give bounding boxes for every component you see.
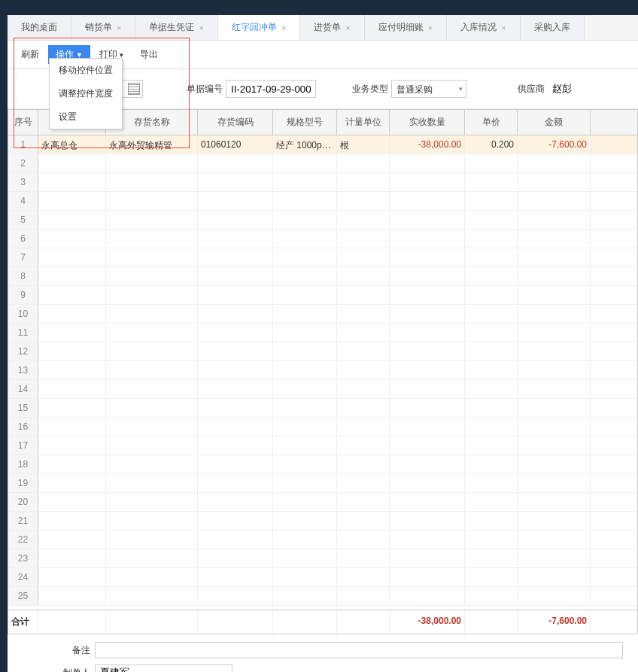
adjust-width-item[interactable]: 调整控件宽度 xyxy=(50,82,122,105)
maker-label: 制单人 xyxy=(53,667,90,673)
supplier-label: 供应商 xyxy=(518,83,545,96)
close-icon[interactable]: × xyxy=(345,23,350,32)
maker-input[interactable] xyxy=(95,664,232,672)
row-num: 9 xyxy=(8,286,38,304)
row-num: 16 xyxy=(8,418,38,436)
col-amt[interactable]: 金额 xyxy=(518,110,591,135)
footer-amt: -7,600.00 xyxy=(518,610,591,634)
biz-type-select[interactable]: 普通采购▾ xyxy=(391,80,466,98)
close-icon[interactable]: × xyxy=(281,23,286,32)
cell-price: 0.200 xyxy=(465,135,518,154)
table-row[interactable]: 8 xyxy=(8,267,637,286)
row-num: 14 xyxy=(8,380,38,398)
row-num: 22 xyxy=(8,531,38,549)
bottom-form: 备注 制单人 xyxy=(8,634,638,672)
grid-body[interactable]: 1 永高总仓 永高外贸输精管 01060120 经产 1000pc... 根 -… xyxy=(8,135,637,610)
row-num: 4 xyxy=(8,192,38,210)
grid-footer: 合计 -38,000.00 -7,600.00 xyxy=(8,610,637,634)
table-row[interactable]: 25 xyxy=(8,587,637,606)
close-icon[interactable]: × xyxy=(501,23,506,32)
tab-purchase[interactable]: 进货单× xyxy=(300,15,364,40)
cell-amt: -7,600.00 xyxy=(518,135,591,154)
row-num: 25 xyxy=(8,587,38,605)
row-num: 19 xyxy=(8,474,38,492)
table-row[interactable]: 4 xyxy=(8,192,637,211)
tab-redletter[interactable]: 红字回冲单× xyxy=(218,15,300,40)
row-num: 7 xyxy=(8,248,38,266)
tab-inbound[interactable]: 入库情况× xyxy=(447,15,520,40)
tab-purchasein[interactable]: 采购入库 xyxy=(521,15,585,40)
tab-sales[interactable]: 销货单× xyxy=(71,15,135,40)
close-icon[interactable]: × xyxy=(199,23,203,32)
table-row[interactable]: 5 xyxy=(8,211,637,230)
tab-payable[interactable]: 应付明细账× xyxy=(365,15,447,40)
row-num: 17 xyxy=(8,436,38,455)
row-num: 13 xyxy=(8,361,38,379)
row-num: 12 xyxy=(8,342,38,360)
col-unit[interactable]: 计量单位 xyxy=(337,110,390,135)
settings-item[interactable]: 设置 xyxy=(50,105,122,129)
row-num: 20 xyxy=(8,493,38,511)
table-row[interactable]: 17 xyxy=(8,436,637,455)
table-row[interactable]: 14 xyxy=(8,380,637,399)
footer-qty: -38,000.00 xyxy=(390,610,465,634)
table-row[interactable]: 24 xyxy=(8,568,637,587)
table-row[interactable]: 11 xyxy=(8,324,637,342)
table-row[interactable]: 20 xyxy=(8,493,637,512)
row-num: 6 xyxy=(8,230,38,248)
table-row[interactable]: 23 xyxy=(8,549,637,568)
row-num: 3 xyxy=(8,173,38,191)
move-controls-item[interactable]: 移动控件位置 xyxy=(50,59,122,82)
cell-name: 永高外贸输精管 xyxy=(106,135,198,154)
table-row[interactable]: 21 xyxy=(8,512,637,531)
tab-desktop[interactable]: 我的桌面 xyxy=(8,15,71,40)
footer-label: 合计 xyxy=(8,610,38,634)
row-num: 15 xyxy=(8,399,38,417)
row-num: 18 xyxy=(8,455,38,473)
col-code[interactable]: 存货编码 xyxy=(198,110,273,135)
tab-voucher[interactable]: 单据生凭证× xyxy=(135,15,217,40)
cell-code: 01060120 xyxy=(198,135,273,154)
col-price[interactable]: 单价 xyxy=(465,110,518,135)
table-row[interactable]: 18 xyxy=(8,455,637,474)
table-row[interactable]: 2 xyxy=(8,154,637,173)
remark-input[interactable] xyxy=(95,642,623,658)
table-row[interactable]: 19 xyxy=(8,474,637,493)
operate-dropdown: 移动控件位置 调整控件宽度 设置 xyxy=(49,58,123,129)
table-row[interactable]: 12 xyxy=(8,342,637,361)
doc-no-input[interactable] xyxy=(226,80,316,98)
supplier-input[interactable] xyxy=(548,80,585,98)
table-row[interactable]: 13 xyxy=(8,361,637,380)
table-row[interactable]: 7 xyxy=(8,248,637,267)
row-num: 11 xyxy=(8,324,38,342)
table-row[interactable]: 6 xyxy=(8,230,637,248)
row-num: 23 xyxy=(8,549,38,567)
table-row[interactable]: 15 xyxy=(8,399,637,418)
row-num: 2 xyxy=(8,154,38,172)
export-button[interactable]: 导出 xyxy=(132,45,166,64)
data-grid: 序号 存货名称 存货编码 规格型号 计量单位 实收数量 单价 金额 1 永高总仓… xyxy=(8,109,638,634)
chevron-down-icon: ▾ xyxy=(459,85,463,93)
close-icon[interactable]: × xyxy=(117,23,121,32)
table-row[interactable]: 22 xyxy=(8,531,637,549)
table-row[interactable]: 9 xyxy=(8,286,637,305)
col-qty[interactable]: 实收数量 xyxy=(390,110,465,135)
cell-unit: 根 xyxy=(337,135,390,154)
table-row[interactable]: 1 永高总仓 永高外贸输精管 01060120 经产 1000pc... 根 -… xyxy=(8,135,637,154)
calendar-icon[interactable] xyxy=(128,83,140,95)
refresh-button[interactable]: 刷新 xyxy=(14,45,47,64)
row-num: 10 xyxy=(8,305,38,323)
cell-wh: 永高总仓 xyxy=(38,135,106,154)
col-spec[interactable]: 规格型号 xyxy=(273,110,337,135)
col-seq[interactable]: 序号 xyxy=(8,110,38,135)
cell-spec: 经产 1000pc... xyxy=(273,135,337,154)
close-icon[interactable]: × xyxy=(428,23,433,32)
table-row[interactable]: 16 xyxy=(8,418,637,436)
cell-qty: -38,000.00 xyxy=(390,135,465,154)
remark-label: 备注 xyxy=(53,644,90,657)
table-row[interactable]: 3 xyxy=(8,173,637,192)
doc-no-label: 单据编号 xyxy=(187,83,223,96)
row-num: 5 xyxy=(8,211,38,229)
tab-bar: 我的桌面 销货单× 单据生凭证× 红字回冲单× 进货单× 应付明细账× 入库情况… xyxy=(8,15,638,41)
table-row[interactable]: 10 xyxy=(8,305,637,324)
